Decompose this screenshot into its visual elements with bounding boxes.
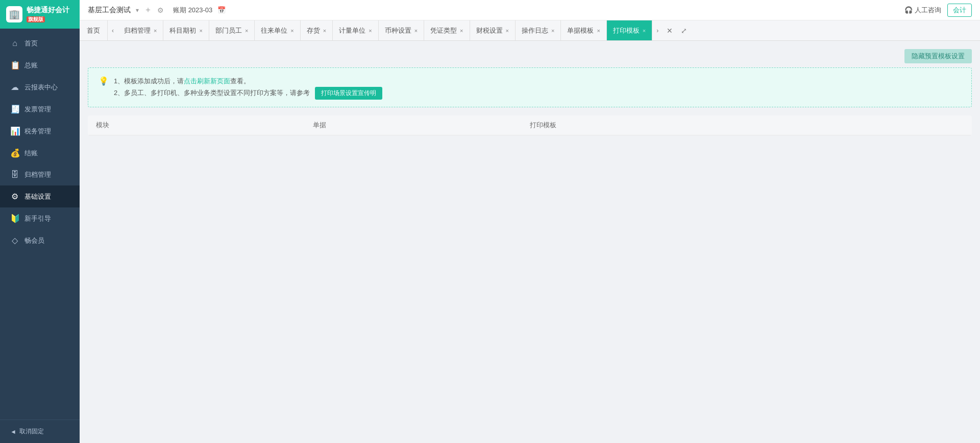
refresh-link[interactable]: 点击刷新新页面	[184, 77, 230, 85]
tab-dept-staff[interactable]: 部门员工 ×	[209, 20, 255, 40]
sidebar-item-invoice[interactable]: 🧾 发票管理	[0, 98, 80, 120]
sidebar-unpin-button[interactable]: ◄ 取消固定	[0, 419, 80, 443]
sidebar-item-label: 结账	[24, 149, 38, 158]
kuaiji-label: 会计	[953, 6, 966, 14]
tab-nav-left[interactable]: ‹	[108, 20, 118, 40]
logo-icon: 🏢	[6, 6, 22, 22]
bulb-icon: 💡	[99, 76, 109, 86]
sidebar-item-label: 税务管理	[24, 127, 51, 136]
sidebar-item-label: 归档管理	[24, 170, 51, 179]
settings-icon: ⚙	[10, 192, 19, 201]
sidebar-item-label: 畅会员	[24, 236, 44, 245]
sidebar-item-cloud-report[interactable]: ☁ 云报表中心	[0, 76, 80, 98]
period-label: 账期 2023-03	[173, 6, 212, 15]
tab-label: 操作日志	[522, 26, 548, 35]
tab-label: 币种设置	[385, 26, 411, 35]
sidebar-item-settlement[interactable]: 💰 结账	[0, 142, 80, 164]
topbar: 基层工会测试 ▾ ＋ ⚙ 账期 2023-03 📅 🎧 人工咨询 会计	[80, 0, 980, 20]
tab-home[interactable]: 首页	[80, 20, 108, 40]
sidebar-item-label: 云报表中心	[24, 83, 58, 92]
col-module-header: 模块	[96, 121, 313, 130]
calendar-icon[interactable]: 📅	[217, 6, 226, 14]
info-line2: 2、多员工、多打印机、多种业务类型设置不同打印方案等，请参考 打印场景设置宣传明	[114, 87, 382, 100]
tab-label: 财税设置	[476, 26, 503, 35]
tab-label: 存货	[307, 26, 320, 35]
member-icon: ◇	[10, 236, 19, 245]
sidebar-item-tax[interactable]: 📊 税务管理	[0, 120, 80, 142]
tabbar: 首页 ‹ 归档管理 × 科目期初 × 部门员工 × 往来单位 × 存货 × 计量…	[80, 20, 980, 41]
sidebar-item-label: 新手引导	[24, 214, 51, 223]
logo-text: 畅捷通好会计 旗舰版	[27, 6, 69, 23]
ledger-icon: 📋	[10, 60, 19, 70]
tab-currency[interactable]: 币种设置 ×	[379, 20, 424, 40]
info-line2-before: 2、多员工、多打印机、多种业务类型设置不同打印方案等，请参考	[114, 89, 310, 97]
unpin-label: 取消固定	[19, 427, 44, 436]
hide-template-button[interactable]: 隐藏预置模板设置	[904, 49, 972, 63]
table-header: 模块 单据 打印模板	[88, 115, 972, 135]
tab-close-icon[interactable]: ×	[199, 28, 202, 34]
col-template-header: 打印模板	[530, 121, 964, 130]
tab-close-icon[interactable]: ×	[414, 28, 418, 34]
tab-archive-mgmt[interactable]: 归档管理 ×	[118, 20, 163, 40]
tab-label: 凭证类型	[430, 26, 457, 35]
sidebar-item-home[interactable]: ⌂ 首页	[0, 33, 80, 54]
settings-gear-icon[interactable]: ⚙	[157, 6, 164, 14]
sidebar-item-label: 首页	[24, 39, 38, 48]
tab-close-icon[interactable]: ×	[369, 28, 372, 34]
home-icon: ⌂	[10, 39, 19, 48]
tab-close-icon[interactable]: ×	[551, 28, 554, 34]
tab-measurement[interactable]: 计量单位 ×	[333, 20, 378, 40]
period-value: 2023-03	[188, 6, 213, 14]
tab-tax-settings[interactable]: 财税设置 ×	[470, 20, 516, 40]
tab-print-template[interactable]: 打印模板 ×	[607, 20, 652, 40]
sidebar-item-general-ledger[interactable]: 📋 总账	[0, 54, 80, 76]
info-line1-before: 1、模板添加成功后，请	[114, 77, 184, 85]
sidebar-item-basic-settings[interactable]: ⚙ 基础设置	[0, 185, 80, 207]
tab-close-icon[interactable]: ×	[290, 28, 293, 34]
tab-home-label: 首页	[87, 26, 100, 35]
tab-operation-log[interactable]: 操作日志 ×	[516, 20, 561, 40]
add-tab-button[interactable]: ＋	[144, 5, 152, 15]
tab-voucher-type[interactable]: 凭证类型 ×	[424, 20, 470, 40]
tab-close-icon[interactable]: ×	[597, 28, 600, 34]
sidebar-item-label: 发票管理	[24, 105, 51, 114]
headset-icon: 🎧	[904, 6, 913, 14]
tab-counterpart[interactable]: 往来单位 ×	[255, 20, 300, 40]
data-table: 模块 单据 打印模板	[88, 115, 972, 135]
print-scene-button[interactable]: 打印场景设置宣传明	[315, 87, 382, 100]
col-doc-header: 单据	[313, 121, 530, 130]
tab-nav-right[interactable]: ›	[652, 20, 663, 40]
tab-close-icon[interactable]: ×	[643, 28, 646, 34]
sidebar-logo: 🏢 畅捷通好会计 旗舰版	[0, 0, 80, 29]
tab-label: 打印模板	[613, 26, 640, 35]
cloud-icon: ☁	[10, 82, 19, 92]
sidebar-item-archive[interactable]: 🗄 归档管理	[0, 164, 80, 185]
main-area: 基层工会测试 ▾ ＋ ⚙ 账期 2023-03 📅 🎧 人工咨询 会计 首页 ‹…	[80, 0, 980, 443]
sidebar-item-member[interactable]: ◇ 畅会员	[0, 229, 80, 251]
guide-icon: 🔰	[10, 214, 19, 223]
tab-close-icon[interactable]: ×	[154, 28, 157, 34]
kuaiji-button[interactable]: 会计	[947, 4, 972, 17]
tab-label: 单据模板	[567, 26, 594, 35]
sidebar-item-new-guide[interactable]: 🔰 新手引导	[0, 207, 80, 229]
sidebar-item-label: 基础设置	[24, 192, 51, 201]
tab-label: 计量单位	[339, 26, 365, 35]
company-dropdown-icon[interactable]: ▾	[136, 7, 139, 14]
content-area: 隐藏预置模板设置 💡 1、模板添加成功后，请点击刷新新页面查看。 2、多员工、多…	[80, 41, 980, 443]
tab-label: 科目期初	[169, 26, 196, 35]
tab-close-all-button[interactable]: ✕	[663, 20, 677, 40]
tab-close-icon[interactable]: ×	[460, 28, 463, 34]
tab-inventory[interactable]: 存货 ×	[301, 20, 333, 40]
archive-icon: 🗄	[10, 170, 19, 179]
tab-close-icon[interactable]: ×	[506, 28, 509, 34]
service-button[interactable]: 🎧 人工咨询	[904, 6, 941, 15]
tab-expand-button[interactable]: ⤢	[677, 20, 691, 40]
tab-label: 部门员工	[215, 26, 242, 35]
tab-subject-init[interactable]: 科目期初 ×	[163, 20, 209, 40]
period-text: 账期	[173, 6, 186, 14]
tab-close-icon[interactable]: ×	[323, 28, 326, 34]
tab-single-template[interactable]: 单据模板 ×	[561, 20, 606, 40]
info-line1-after: 查看。	[230, 77, 250, 85]
sidebar-nav: ⌂ 首页 📋 总账 ☁ 云报表中心 🧾 发票管理 📊 税务管理 💰 结账 🗄 归…	[0, 29, 80, 419]
tab-close-icon[interactable]: ×	[245, 28, 248, 34]
